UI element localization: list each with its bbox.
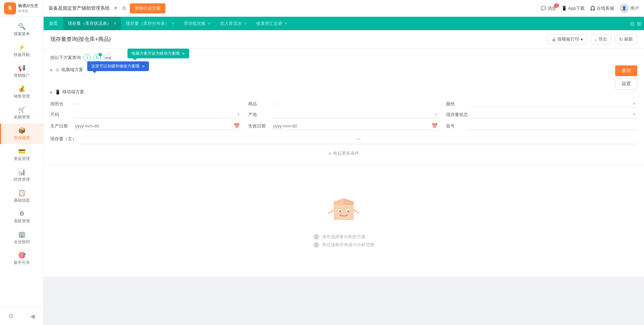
empty-step-1: 1 请先选择要分析的方案 <box>313 234 374 240</box>
tab-maximize-btn[interactable]: ⊞ <box>637 20 641 27</box>
support-icon: 🎧 <box>590 6 595 11</box>
sidebar-item-inventory[interactable]: 📦 库存核算 <box>0 123 43 144</box>
system-label: 系统管理 <box>14 218 30 224</box>
filter-add-btn[interactable]: + <box>84 54 91 61</box>
message-item[interactable]: 💬 消息 6 <box>541 5 556 11</box>
quick-nav-label: 快速导航 <box>14 52 30 58</box>
export-btn[interactable]: ↓ 导出 <box>591 34 612 44</box>
tab-actions: ⊟ ⊞ <box>627 17 644 30</box>
batch-label: 批号 <box>446 123 466 129</box>
production-date-label: 生产日期 <box>50 123 70 129</box>
sales-label: 销售管理 <box>14 94 30 99</box>
production-calendar-icon[interactable]: 📅 <box>234 123 239 128</box>
tab-flow[interactable]: 出入库流水 ✕ <box>215 17 252 30</box>
empty-state: 1 请先选择要分析的方案 2 用过滤条件来缩小分析范围 <box>44 165 644 277</box>
tooltip1-close[interactable]: ✕ <box>182 51 185 56</box>
purchase-label: 采购管理 <box>14 114 30 120</box>
pc-arrow-icon[interactable]: ▶ <box>50 68 53 72</box>
svg-rect-0 <box>334 205 354 220</box>
tab-home[interactable]: 首页 <box>44 17 63 30</box>
sidebar-item-operations[interactable]: 📊 经营管理 <box>0 165 43 186</box>
collapse-sidebar-icon[interactable]: ◀ <box>29 311 37 322</box>
industry-btn[interactable]: 体验行业方案 <box>130 3 165 13</box>
scheme-pc-label: 电脑端方案 <box>61 67 83 73</box>
sidebar-item-purchase[interactable]: 🛒 采购管理 <box>0 103 43 123</box>
refresh-btn[interactable]: ↻ 刷新 <box>615 34 637 44</box>
reset-btn[interactable]: 设置 <box>615 78 637 90</box>
tooltip2-close[interactable]: ✕ <box>142 64 145 69</box>
guide-icon: 🎯 <box>18 252 25 259</box>
finance-icon: 💳 <box>18 148 25 155</box>
app-download-item[interactable]: 📱 App下载 <box>561 5 585 11</box>
sidebar-item-guide[interactable]: 🎯 新手引导 <box>0 248 43 269</box>
print-icon: 🖨 <box>552 37 556 42</box>
collapse-label: 收起更多条件 <box>333 150 359 156</box>
tab-close-5[interactable]: ✕ <box>284 21 287 26</box>
scheme-mobile-item[interactable]: ▶ 📱 移动端方案 <box>50 88 637 96</box>
stock-main-label: 现存量（主） <box>50 136 76 142</box>
search-menu-icon: 🔍 <box>18 23 25 30</box>
search-btn[interactable]: 查询 <box>615 65 637 76</box>
user-item[interactable]: 👤 用户 <box>620 4 639 13</box>
expiry-date-input[interactable]: 📅 <box>271 122 439 130</box>
step-num-1: 1 <box>313 234 319 240</box>
finance-label: 资金管理 <box>14 156 30 162</box>
stock-main-min[interactable] <box>81 135 352 143</box>
tab-inventory-dist[interactable]: 现存量（库存分布表） ✕ <box>121 17 179 30</box>
template-print-btn[interactable]: 🖨 按模板打印 ▾ <box>547 34 587 44</box>
sidebar-item-system[interactable]: ⚙ 系统管理 <box>0 207 43 227</box>
filter-refresh-btn[interactable]: ↻ <box>94 54 101 61</box>
sidebar-item-quick-nav[interactable]: ⚡ 快速导航 <box>0 40 43 61</box>
filter-production-date: 生产日期 📅 <box>50 122 241 130</box>
sidebar-item-finance[interactable]: 💳 资金管理 <box>0 144 43 165</box>
tab-batch-ledger[interactable]: 库存批次账 ✕ <box>179 17 215 30</box>
online-support-item[interactable]: 🎧 在线客服 <box>590 5 614 11</box>
origin-chevron[interactable]: ▾ <box>435 112 437 117</box>
tab-close-1[interactable]: ✕ <box>113 21 116 26</box>
stock-status-chevron[interactable]: ▾ <box>633 112 635 117</box>
app-download-label: App下载 <box>568 5 585 11</box>
tab-close-4[interactable]: ✕ <box>244 21 247 26</box>
tab-summary[interactable]: 收发存汇总表 ✕ <box>252 17 292 30</box>
page-header: 现存量查询(按仓库+商品) 🖨 按模板打印 ▾ ↓ 导出 ↻ 刷新 <box>44 30 644 49</box>
stock-main-max[interactable] <box>364 135 635 143</box>
sidebar-item-basic-info[interactable]: 📋 基础信息 <box>0 186 43 207</box>
empty-hint-1: 请先选择要分析的方案 <box>322 234 366 240</box>
color-chevron[interactable]: ▾ <box>633 102 635 106</box>
step-num-2: 2 <box>313 242 319 248</box>
tooltip-pc-scheme: 电脑方案可设为移动方案哦 ✕ <box>127 49 189 58</box>
online-support-label: 在线客服 <box>597 5 614 11</box>
sidebar: 6 畅通好生意 标准版 🔍 搜索菜单 ⚡ 快速导航 📢 营销推广 💰 销售管理 … <box>0 0 44 325</box>
expiry-calendar-icon[interactable]: 📅 <box>432 123 437 128</box>
batch-input[interactable] <box>469 122 637 130</box>
filter-size: 尺码 ▾ <box>50 111 241 118</box>
tabbar: 首页 现存量（库存状况表） ✕ 现存量（库存分布表） ✕ 库存批次账 ✕ 出入库… <box>44 17 644 30</box>
expiry-date-field[interactable] <box>273 123 430 128</box>
empty-hint-2: 用过滤条件来缩小分析范围 <box>322 242 374 248</box>
sidebar-item-sales[interactable]: 💰 销售管理 <box>0 82 43 103</box>
sidebar-item-enterprise[interactable]: 🏢 企业协同 <box>0 227 43 248</box>
settings-bottom-icon[interactable]: ⚙ <box>7 311 15 322</box>
logo-icon: 6 <box>4 2 16 14</box>
marketing-icon: 📢 <box>18 64 25 72</box>
tab-inventory-status[interactable]: 现存量（库存状况表） ✕ <box>63 17 121 30</box>
system-dropdown-icon[interactable]: ▼ <box>113 5 118 11</box>
production-date-field[interactable] <box>75 123 232 128</box>
scheme-tree: ▶ 🖥 电脑端方案 这里可以创建和修改方案哦 ✕ ▶ 📱 移动端方案 <box>50 65 637 96</box>
sidebar-item-marketing[interactable]: 📢 营销推广 <box>0 61 43 82</box>
collapse-btn[interactable]: ∧ 收起更多条件 <box>50 148 637 159</box>
filter-color: 颜色 ▾ <box>446 100 637 108</box>
mobile-arrow-icon[interactable]: ▶ <box>50 90 53 94</box>
tab-close-2[interactable]: ✕ <box>171 21 174 26</box>
tab-minimize-btn[interactable]: ⊟ <box>630 20 634 27</box>
sidebar-item-search-menu[interactable]: 🔍 搜索菜单 <box>0 19 43 40</box>
tab-close-3[interactable]: ✕ <box>208 21 211 26</box>
filter-back-btn[interactable]: ◀◀ <box>104 54 111 61</box>
warehouse-dots[interactable]: ··· <box>73 101 79 107</box>
svg-marker-2 <box>344 198 354 205</box>
size-chevron[interactable]: ▾ <box>237 112 239 117</box>
goods-dots[interactable]: ··· <box>271 101 277 107</box>
production-date-input[interactable]: 📅 <box>73 122 241 130</box>
basic-info-icon: 📋 <box>18 189 25 197</box>
topbar-settings-icon[interactable]: ⚙ <box>122 5 126 11</box>
